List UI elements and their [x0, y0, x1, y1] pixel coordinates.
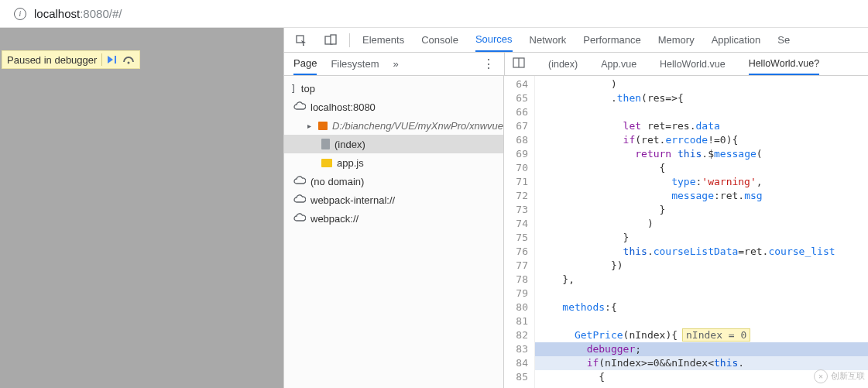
tree-file-appjs[interactable]: app.js	[284, 153, 503, 172]
file-tab-index[interactable]: (index)	[548, 53, 578, 75]
folder-icon	[318, 122, 328, 130]
tab-elements[interactable]: Elements	[362, 28, 404, 52]
sources-sub-bar: Page Filesystem » ⋮ (index) App.vue Hell…	[284, 53, 868, 76]
tree-file-index[interactable]: (index)	[284, 135, 503, 153]
resume-icon[interactable]	[107, 55, 118, 64]
svg-rect-4	[331, 35, 336, 44]
address-bar[interactable]: i localhost:8080/#/	[0, 0, 868, 28]
tree-path[interactable]: ▸D:/biancheng/VUE/myXnwPro/xnwvue	[284, 116, 503, 135]
devtools-panel: Elements Console Sources Network Perform…	[283, 28, 868, 388]
tab-page[interactable]: Page	[293, 53, 317, 75]
paused-in-debugger-badge: Paused in debugger	[2, 50, 140, 69]
tab-console[interactable]: Console	[421, 28, 458, 52]
cloud-icon	[293, 176, 306, 187]
more-navigator-tabs-icon[interactable]: »	[393, 58, 399, 70]
open-files-tabs: (index) App.vue HelloWorld.vue HelloWorl…	[504, 53, 868, 75]
tab-performance[interactable]: Performance	[583, 28, 640, 52]
code-editor[interactable]: 6465666768697071727374757677787980818283…	[504, 76, 868, 388]
cloud-icon	[293, 101, 306, 113]
navigator-menu-icon[interactable]: ⋮	[482, 57, 495, 71]
paused-label: Paused in debugger	[7, 54, 97, 66]
chevron-right-icon: ▸	[307, 122, 314, 130]
tree-host[interactable]: localhost:8080	[284, 98, 503, 116]
folder-icon	[321, 159, 332, 167]
svg-rect-0	[115, 56, 116, 64]
tree-top[interactable]: ]top	[284, 79, 503, 98]
tree-nodomain[interactable]: (no domain)	[284, 172, 503, 191]
tab-sources[interactable]: Sources	[475, 28, 513, 52]
step-over-icon[interactable]	[122, 55, 135, 64]
tab-network[interactable]: Network	[530, 28, 567, 52]
reading-mode-icon[interactable]	[513, 57, 525, 70]
tab-more[interactable]: Se	[777, 28, 790, 52]
tab-application[interactable]: Application	[712, 28, 761, 52]
file-navigator-tree: ]top localhost:8080 ▸D:/biancheng/VUE/my…	[284, 76, 504, 388]
devtools-tab-bar: Elements Console Sources Network Perform…	[284, 28, 868, 53]
cloud-icon	[293, 194, 306, 206]
tab-memory[interactable]: Memory	[658, 28, 695, 52]
navigator-tabs: Page Filesystem » ⋮	[284, 53, 504, 75]
inspect-element-icon[interactable]	[295, 34, 307, 46]
svg-point-1	[128, 62, 130, 64]
watermark: ✕创新互联	[814, 369, 865, 383]
file-tab-app-vue[interactable]: App.vue	[601, 53, 636, 75]
device-toolbar-icon[interactable]	[324, 34, 337, 46]
tree-webpack-internal[interactable]: webpack-internal://	[284, 191, 503, 209]
site-info-icon[interactable]: i	[14, 8, 26, 20]
file-icon	[321, 139, 330, 149]
file-tab-helloworld-vue-1[interactable]: HelloWorld.vue	[660, 53, 726, 75]
code-lines: ) .then(res=>{ let ret=res.data if(ret.e…	[535, 76, 868, 388]
url-text: localhost:8080/#/	[34, 7, 122, 20]
tab-filesystem[interactable]: Filesystem	[331, 53, 379, 75]
file-tab-helloworld-vue-2[interactable]: HelloWorld.vue?	[749, 53, 819, 75]
line-number-gutter: 6465666768697071727374757677787980818283…	[504, 76, 535, 388]
page-viewport: Paused in debugger	[0, 28, 283, 388]
cloud-icon	[293, 213, 306, 225]
tree-webpack[interactable]: webpack://	[284, 209, 503, 228]
